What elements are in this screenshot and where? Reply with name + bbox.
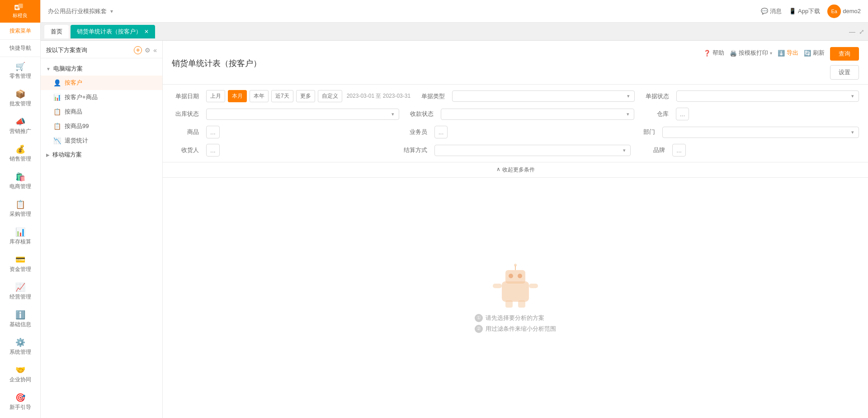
date-btn-last-month[interactable]: 上月 <box>206 90 225 102</box>
brand-ellipsis-btn[interactable]: ... <box>672 144 686 157</box>
type-select[interactable]: ▾ <box>452 90 635 102</box>
sidebar-item-ecommerce[interactable]: 🛍️ 电商管理 <box>0 167 40 195</box>
tree-item-return-stats[interactable]: 📉 退货统计 <box>41 133 162 148</box>
sales-icon: 💰 <box>15 144 25 154</box>
sidebar-item-label-newbie: 新手引导 <box>9 404 31 411</box>
sidebar-item-marketing[interactable]: 📣 营销推广 <box>0 112 40 140</box>
query-btn[interactable]: 查询 <box>830 47 859 61</box>
tree-item-by-customer-product[interactable]: 📊 按客户+商品 <box>41 90 162 104</box>
tree-item-by-customer-product-label: 按客户+商品 <box>65 93 98 101</box>
tree-desktop-label: 电脑端方案 <box>53 65 83 73</box>
svg-rect-10 <box>529 284 538 288</box>
sidebar-item-purchase[interactable]: 📋 采购管理 <box>0 195 40 223</box>
tab-close-icon[interactable]: ✕ <box>144 28 149 35</box>
product-ellipsis-btn[interactable]: ... <box>206 126 220 138</box>
collapse-panel-btn[interactable]: « <box>153 47 157 54</box>
tab-sales-stats-label: 销货单统计表（按客户） <box>77 28 142 36</box>
receipt-select[interactable]: ▾ <box>441 109 634 120</box>
return-stats-icon: 📉 <box>53 137 61 144</box>
sidebar-item-retail[interactable]: 🛒 零售管理 <box>0 57 40 85</box>
tree-desktop-parent[interactable]: ▼ 电脑端方案 <box>41 62 162 76</box>
out-filter-label: 出库状态 <box>172 110 199 118</box>
settings-btn[interactable]: 设置 <box>830 65 859 80</box>
sidebar-item-wholesale[interactable]: 📦 批发管理 <box>0 85 40 112</box>
tree-item-by-product-99[interactable]: 📋 按商品99 <box>41 119 162 133</box>
export-icon: ⬇️ <box>778 50 785 57</box>
type-select-arrow-icon: ▾ <box>627 93 630 99</box>
date-btn-more[interactable]: 更多 <box>296 90 315 102</box>
date-options: 上月 本月 本年 近7天 更多 自定义 2023-03-01 至 2023-03… <box>206 90 410 102</box>
warehouse-ellipsis-btn[interactable]: ... <box>676 108 689 120</box>
help-btn[interactable]: ❓ 帮助 <box>703 49 724 57</box>
date-btn-this-month[interactable]: 本月 <box>228 90 247 102</box>
department-filter-label: 部门 <box>628 128 655 136</box>
empty-state: ① 请先选择要分析的方案 ② 用过滤条件来缩小分析范围 <box>163 178 868 418</box>
search-menu-btn[interactable]: 搜索菜单 <box>0 23 40 40</box>
refresh-btn[interactable]: 🔄 刷新 <box>804 49 825 57</box>
avatar: Ea <box>827 5 841 18</box>
department-select[interactable]: ▾ <box>662 127 859 138</box>
filters-area: 单据日期 上月 本月 本年 近7天 更多 自定义 2023-03-01 至 20… <box>163 85 868 162</box>
message-btn[interactable]: 💬 消息 <box>761 7 782 15</box>
sidebar-item-label-finance: 资金管理 <box>9 266 31 273</box>
tip-1-text: 请先选择要分析的方案 <box>486 314 544 322</box>
industry-arrow-icon[interactable]: ▾ <box>110 8 113 14</box>
tree-mobile-group: ▶ 移动端方案 <box>41 148 162 162</box>
tabs-right: — ⤢ <box>849 28 864 35</box>
by-product-icon: 📋 <box>53 108 61 115</box>
svg-rect-4 <box>505 270 525 284</box>
add-scheme-btn[interactable]: + <box>134 46 142 54</box>
tree-item-by-product[interactable]: 📋 按商品 <box>41 104 162 119</box>
sidebar-item-basic[interactable]: ℹ️ 基础信息 <box>0 305 40 333</box>
avatar-text: Ea <box>831 9 837 14</box>
sidebar-item-cooperation[interactable]: 🤝 企业协同 <box>0 361 40 388</box>
tab-sales-stats[interactable]: 销货单统计表（按客户） ✕ <box>71 25 155 38</box>
collapse-more-conditions-btn[interactable]: ∧ 收起更多条件 <box>163 162 868 178</box>
app-download-btn[interactable]: 📱 App下载 <box>789 7 820 15</box>
date-btn-7days[interactable]: 近7天 <box>271 90 293 102</box>
retail-icon: 🛒 <box>15 62 25 71</box>
user-menu[interactable]: Ea demo2 <box>827 5 861 18</box>
date-btn-custom[interactable]: 自定义 <box>318 90 342 102</box>
print-btn[interactable]: 🖨️ 按模板打印 ▾ <box>730 49 772 57</box>
tree-mobile-parent[interactable]: ▶ 移动端方案 <box>41 148 162 162</box>
salesperson-ellipsis-btn[interactable]: ... <box>434 126 448 138</box>
sidebar-item-operation[interactable]: 📈 经营管理 <box>0 278 40 305</box>
tree-item-return-stats-label: 退货统计 <box>65 137 88 145</box>
by-product-99-icon: 📋 <box>53 123 61 130</box>
sidebar-item-newbie[interactable]: 🎯 新手引导 <box>0 388 40 416</box>
sidebar-item-system[interactable]: ⚙️ 系统管理 <box>0 333 40 361</box>
tree-item-by-customer[interactable]: 👤 按客户 <box>41 76 162 90</box>
empty-tip-2: ② 用过滤条件来缩小分析范围 <box>475 325 556 333</box>
date-btn-this-year[interactable]: 本年 <box>250 90 269 102</box>
shortcut-nav-btn[interactable]: 快捷导航 <box>0 40 40 57</box>
sidebar-item-label-sales: 销售管理 <box>9 155 31 163</box>
header: 办公用品行业模拟账套 ▾ 💬 消息 📱 App下载 Ea demo2 <box>41 0 868 23</box>
scheme-settings-btn[interactable]: ⚙ <box>145 47 151 54</box>
sidebar-item-sales[interactable]: 💰 销售管理 <box>0 140 40 167</box>
status-select[interactable]: ▾ <box>676 90 859 102</box>
minimize-window-btn[interactable]: — <box>849 28 855 35</box>
tree-mobile-label: 移动端方案 <box>52 151 82 159</box>
salesperson-filter-label: 业务员 <box>400 128 427 136</box>
tree-desktop-group: ▼ 电脑端方案 👤 按客户 📊 按客户+商品 📋 按商品 📋 按商品 <box>41 62 162 148</box>
content: 按以下方案查询 + ⚙ « ▼ 电脑端方案 👤 按客户 📊 <box>41 41 868 418</box>
type-status-row: 单据类型 ▾ 单据状态 ▾ <box>418 90 859 102</box>
sidebar-item-finance[interactable]: 💳 资金管理 <box>0 250 40 278</box>
expand-window-btn[interactable]: ⤢ <box>859 28 864 35</box>
sidebar-item-inventory[interactable]: 📊 库存核算 <box>0 223 40 250</box>
svg-point-8 <box>514 264 517 266</box>
export-btn[interactable]: ⬇️ 导出 <box>778 49 798 57</box>
receiver-filter-group: ... <box>206 144 393 157</box>
tabs-bar: 首页 销货单统计表（按客户） ✕ — ⤢ <box>41 23 868 41</box>
tip-2-num: ② <box>475 325 483 333</box>
receiver-ellipsis-btn[interactable]: ... <box>206 144 220 157</box>
sidebar-item-label-cooperation: 企业协同 <box>9 376 31 384</box>
tree-desktop-arrow-icon: ▼ <box>46 66 51 71</box>
tab-home[interactable]: 首页 <box>44 25 69 38</box>
payment-select[interactable]: ▾ <box>434 145 631 156</box>
main-area: 办公用品行业模拟账套 ▾ 💬 消息 📱 App下载 Ea demo2 首页 <box>41 0 868 418</box>
sidebar-item-appcenter[interactable]: 📱 应用中心 <box>0 416 40 418</box>
print-icon: 🖨️ <box>730 50 737 57</box>
out-select[interactable]: ▾ <box>206 109 399 120</box>
